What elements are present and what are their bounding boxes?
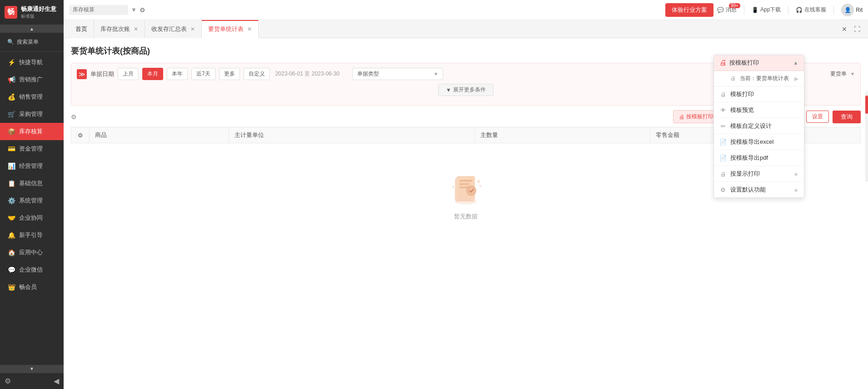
date-btn-last-month[interactable]: 上月 xyxy=(118,68,139,80)
trial-button[interactable]: 体验行业方案 xyxy=(665,3,713,17)
type-filter-select[interactable]: 单据类型 ▼ xyxy=(352,68,443,80)
dropdown-title: 按模板打印 xyxy=(729,59,759,67)
sidebar-item-operation[interactable]: 📊 经营管理 xyxy=(0,157,64,175)
right-scrollbar[interactable] xyxy=(865,91,868,182)
sidebar-search-area: 🔍 搜索菜单 xyxy=(0,33,64,52)
dropdown-current-label: 🖨 当前：要货单统计表 xyxy=(730,75,789,82)
sidebar-nav: ⚡ 快捷导航 📢 营销推广 💰 销售管理 🛒 采购管理 📦 库存核算 💳 资金管… xyxy=(0,52,64,365)
dropdown-item-template-print-label: 模板打印 xyxy=(730,90,754,98)
online-service-button[interactable]: 🎧 在线客服 xyxy=(796,6,826,14)
dropdown-item-template-custom[interactable]: ✏ 模板自定义设计 xyxy=(714,118,804,134)
col-product: 商品 xyxy=(90,127,229,143)
date-btn-custom[interactable]: 自定义 xyxy=(244,68,270,80)
sidebar: 畅 畅康通好生意 标准版 ▲ 🔍 搜索菜单 ⚡ 快捷导航 📢 营销推广 💰 销售… xyxy=(0,0,64,389)
sidebar-item-finance[interactable]: 💳 资金管理 xyxy=(0,140,64,157)
dropdown-header[interactable]: 🖨 按模板打印 ▲ xyxy=(714,55,804,71)
export-pdf-icon: 📄 xyxy=(719,155,727,162)
expand-more-label: 展开更多条件 xyxy=(453,86,486,94)
tab-inventory-batch-label: 库存批次账 xyxy=(100,25,130,33)
template-preview-icon: 👁 xyxy=(719,107,727,114)
col-gear: ⚙ xyxy=(71,127,90,143)
sidebar-item-label: 经营管理 xyxy=(19,162,43,170)
dropdown-item-template-print[interactable]: 🖨 模板打印 xyxy=(714,86,804,102)
dropdown-collapse-arrow[interactable]: ▲ xyxy=(793,60,798,66)
sidebar-item-enterprise[interactable]: 🤝 企业协同 xyxy=(0,209,64,227)
print-label: 按模板打印 xyxy=(686,113,713,121)
sidebar-item-app-center[interactable]: 🏠 应用中心 xyxy=(0,244,64,261)
tab-inventory-batch[interactable]: 库存批次账 ✕ xyxy=(94,20,145,38)
dropdown-current-arrow: ▶ xyxy=(794,76,798,82)
date-filter-label: 单据日期 xyxy=(90,70,114,78)
collapse-icon[interactable]: ◀ xyxy=(54,377,59,385)
breadcrumb-dropdown-icon[interactable]: ▼ xyxy=(131,6,137,13)
dropdown-print-icon: 🖨 xyxy=(719,59,727,67)
quick-nav-icon: ⚡ xyxy=(7,58,15,66)
basics-icon: 📋 xyxy=(7,179,15,187)
table-gear-icon[interactable]: ⚙ xyxy=(71,113,77,121)
display-print-arrow: ▶ xyxy=(795,172,798,177)
sidebar-item-label: 畅会员 xyxy=(19,283,37,291)
tab-receivable-summary[interactable]: 收发存汇总表 ✕ xyxy=(145,20,202,38)
dropdown-item-display-print[interactable]: 🖨 按显示打印 ▶ xyxy=(714,166,804,182)
tab-inventory-batch-close[interactable]: ✕ xyxy=(134,26,138,32)
guide-icon: 🔔 xyxy=(7,231,15,239)
sidebar-item-vip[interactable]: 👑 畅会员 xyxy=(0,278,64,296)
app-version: 标准版 xyxy=(21,13,56,19)
sidebar-item-label: 新手引导 xyxy=(19,231,43,239)
dropdown-item-export-pdf[interactable]: 📄 按模板导出pdf xyxy=(714,150,804,166)
template-custom-icon: ✏ xyxy=(719,123,727,130)
sidebar-search-button[interactable]: 🔍 搜索菜单 xyxy=(5,36,59,48)
query-button[interactable]: 查询 xyxy=(833,111,861,123)
dropdown-item-set-default[interactable]: ⚙ 设置默认功能 ▶ xyxy=(714,182,804,197)
topbar-gear-icon[interactable]: ⚙ xyxy=(140,6,145,14)
breadcrumb-input[interactable] xyxy=(69,5,128,15)
date-btn-this-year[interactable]: 本年 xyxy=(167,68,188,80)
sidebar-item-quick-nav[interactable]: ⚡ 快捷导航 xyxy=(0,54,64,71)
vip-icon: 👑 xyxy=(7,283,15,291)
messages-badge: 99+ xyxy=(729,3,740,8)
date-btn-more[interactable]: 更多 xyxy=(219,68,240,80)
sidebar-item-purchase[interactable]: 🛒 采购管理 xyxy=(0,106,64,123)
sidebar-item-basics[interactable]: 📋 基础信息 xyxy=(0,175,64,192)
tabs-bar: 首页 库存批次账 ✕ 收发存汇总表 ✕ 要货单统计表 ✕ ✕ ⛶ xyxy=(64,20,868,38)
svg-rect-3 xyxy=(459,180,473,182)
sidebar-item-marketing[interactable]: 📢 营销推广 xyxy=(0,71,64,88)
dropdown-item-export-excel[interactable]: 📄 按模板导出excel xyxy=(714,134,804,150)
empty-text: 暂无数据 xyxy=(454,212,478,221)
sidebar-logo: 畅 畅康通好生意 标准版 xyxy=(0,0,64,25)
messages-button[interactable]: 💬 消息 99+ xyxy=(717,6,737,14)
sidebar-item-inventory[interactable]: 📦 库存核算 xyxy=(0,123,64,140)
sidebar-scroll-down[interactable]: ▼ xyxy=(0,365,64,373)
dropdown-item-template-preview[interactable]: 👁 模板预览 xyxy=(714,102,804,118)
dropdown-current-template[interactable]: 🖨 当前：要货单统计表 ▶ xyxy=(714,71,804,86)
sidebar-item-guide[interactable]: 🔔 新手引导 xyxy=(0,227,64,244)
svg-point-9 xyxy=(479,185,481,187)
sidebar-scroll-up[interactable]: ▲ xyxy=(0,25,64,33)
dropdown-item-set-default-label: 设置默认功能 xyxy=(730,186,766,194)
sidebar-bottom: ⚙ ◀ xyxy=(0,373,64,389)
tab-expand-button[interactable]: ⛶ xyxy=(852,24,863,35)
online-service-label: 在线客服 xyxy=(804,6,826,14)
print-template-dropdown: 🖨 按模板打印 ▲ 🖨 当前：要货单统计表 ▶ 🖨 模板打印 👁 模板预览 xyxy=(713,55,804,198)
filter-expand-button[interactable]: ≫ xyxy=(77,69,87,79)
tab-receivable-summary-close[interactable]: ✕ xyxy=(190,26,195,32)
expand-more-button[interactable]: ▼ 展开更多条件 xyxy=(438,84,494,96)
app-download-label: App下载 xyxy=(760,6,781,14)
settings-button[interactable]: 设置 xyxy=(806,111,829,123)
date-btn-this-month[interactable]: 本月 xyxy=(142,68,163,80)
tab-order-stats[interactable]: 要货单统计表 ✕ xyxy=(202,20,259,38)
sidebar-item-system[interactable]: ⚙️ 系统管理 xyxy=(0,192,64,209)
tab-order-stats-close[interactable]: ✕ xyxy=(247,26,252,32)
divider2 xyxy=(788,5,788,15)
settings-bottom-icon[interactable]: ⚙ xyxy=(5,377,11,385)
user-avatar[interactable]: 👤 Rit xyxy=(841,4,863,16)
sidebar-item-sales[interactable]: 💰 销售管理 xyxy=(0,88,64,106)
sidebar-item-enterprise-wechat[interactable]: 💬 企业微信 xyxy=(0,261,64,278)
tab-close-all-button[interactable]: ✕ xyxy=(839,24,850,35)
app-name: 畅康通好生意 xyxy=(21,5,56,13)
template-print-icon: 🖨 xyxy=(719,91,727,98)
date-btn-7days[interactable]: 近7天 xyxy=(191,68,215,80)
app-download-button[interactable]: 📱 App下载 xyxy=(752,6,781,14)
search-icon: 🔍 xyxy=(7,39,14,45)
tab-home[interactable]: 首页 xyxy=(69,20,94,38)
